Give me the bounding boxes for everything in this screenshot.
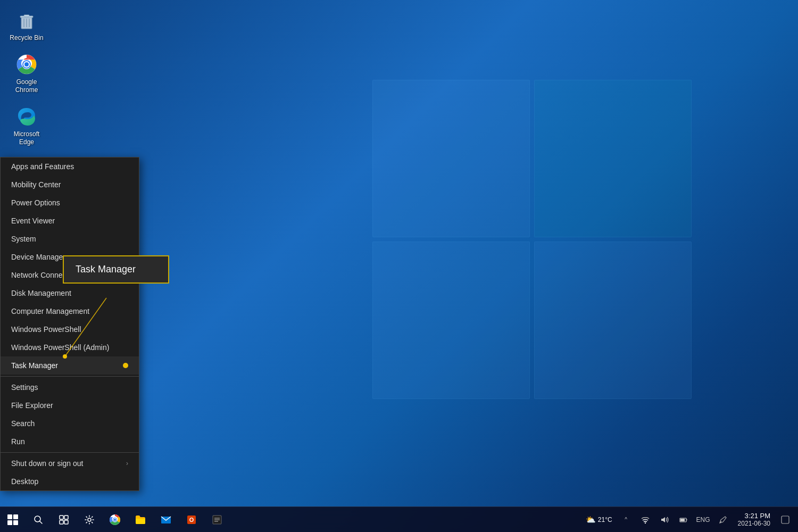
svg-rect-15 — [60, 516, 63, 519]
taskbar-mail-button[interactable] — [153, 507, 179, 533]
win-pane-br — [534, 242, 692, 399]
microsoft-edge-image — [15, 104, 39, 128]
context-menu: Apps and Features Mobility Center Power … — [0, 157, 139, 491]
taskbar-task-view-button[interactable] — [51, 507, 77, 533]
google-chrome-label: Google Chrome — [8, 78, 45, 94]
start-pane-tr — [13, 514, 18, 519]
menu-divider-2 — [1, 452, 139, 453]
svg-rect-18 — [64, 520, 68, 524]
taskbar-weather-button[interactable]: ⛅ 21°C — [583, 509, 616, 530]
svg-rect-16 — [64, 516, 68, 519]
menu-item-apps-features[interactable]: Apps and Features — [1, 157, 139, 176]
menu-item-shut-down[interactable]: Shut down or sign out › — [1, 454, 139, 472]
recycle-bin-icon[interactable]: Recycle Bin — [5, 5, 48, 44]
win-pane-tr — [534, 80, 692, 237]
menu-item-mobility-center[interactable]: Mobility Center — [1, 176, 139, 194]
menu-item-windows-powershell[interactable]: Windows PowerShell — [1, 320, 139, 338]
microsoft-edge-label: Microsoft Edge — [8, 130, 45, 146]
svg-rect-33 — [680, 519, 685, 521]
menu-item-event-viewer[interactable]: Event Viewer — [1, 212, 139, 230]
menu-item-computer-management[interactable]: Computer Management — [1, 302, 139, 320]
temperature-text: 21°C — [598, 516, 612, 523]
search-icon — [34, 515, 43, 525]
menu-item-system[interactable]: System — [1, 230, 139, 248]
win-pane-tl — [372, 80, 530, 237]
notes-icon — [212, 514, 222, 525]
microsoft-edge-icon[interactable]: Microsoft Edge — [5, 102, 48, 148]
desktop-icons-area: Recycle Bin Google Chrome — [5, 5, 48, 148]
expand-icon: ^ — [625, 517, 627, 522]
time-display: 3:21 PM — [745, 512, 770, 520]
svg-point-23 — [114, 519, 116, 521]
taskbar-notes-button[interactable] — [204, 507, 230, 533]
weather-icon: ⛅ — [586, 515, 596, 525]
win-pane-bl — [372, 242, 530, 399]
taskbar-expand-tray-button[interactable]: ^ — [618, 509, 635, 530]
start-button[interactable] — [0, 507, 26, 533]
menu-item-search[interactable]: Search — [1, 414, 139, 433]
taskbar-battery-button[interactable] — [675, 509, 692, 530]
menu-item-run[interactable]: Run — [1, 433, 139, 451]
menu-item-windows-powershell-admin[interactable]: Windows PowerShell (Admin) — [1, 338, 139, 356]
windows-logo-decoration — [372, 80, 692, 399]
taskbar-language-button[interactable]: ENG — [694, 509, 712, 530]
taskbar-file-explorer-button[interactable] — [128, 507, 153, 533]
taskbar-volume-button[interactable] — [656, 509, 673, 530]
taskbar-system-tray: ⛅ 21°C ^ — [583, 509, 798, 530]
svg-rect-2 — [24, 15, 29, 16]
recycle-bin-label: Recycle Bin — [10, 34, 43, 41]
svg-rect-17 — [60, 520, 63, 524]
taskbar-network-button[interactable] — [637, 509, 654, 530]
menu-item-settings[interactable]: Settings — [1, 378, 139, 396]
taskbar-chrome-button[interactable] — [102, 507, 128, 533]
taskbar: O ⛅ 21°C ^ — [0, 506, 798, 532]
svg-point-10 — [24, 62, 29, 66]
google-chrome-image — [15, 52, 39, 76]
start-pane-br — [13, 520, 18, 525]
file-explorer-icon — [135, 514, 146, 525]
language-text: ENG — [696, 516, 710, 523]
menu-item-file-explorer[interactable]: File Explorer — [1, 396, 139, 414]
menu-divider-1 — [1, 376, 139, 377]
google-chrome-icon[interactable]: Google Chrome — [5, 49, 48, 96]
svg-line-14 — [40, 521, 43, 523]
shut-down-arrow-icon: › — [126, 460, 128, 467]
taskbar-notification-button[interactable] — [777, 509, 794, 530]
network-icon — [641, 516, 650, 524]
office-icon: O — [186, 514, 197, 525]
taskbar-pen-button[interactable] — [714, 509, 732, 530]
mail-icon — [161, 514, 171, 525]
volume-icon — [660, 516, 669, 524]
notification-icon — [781, 516, 789, 524]
svg-point-31 — [644, 522, 645, 523]
task-manager-tooltip: Task Manager — [63, 255, 169, 284]
menu-item-desktop[interactable]: Desktop — [1, 472, 139, 491]
date-display: 2021-06-30 — [738, 520, 770, 527]
task-manager-indicator-dot — [123, 363, 128, 368]
svg-point-19 — [88, 518, 91, 521]
taskbar-clock[interactable]: 3:21 PM 2021-06-30 — [734, 512, 775, 527]
svg-text:O: O — [189, 517, 194, 523]
battery-icon — [679, 516, 688, 524]
chrome-taskbar-icon — [109, 514, 121, 526]
taskbar-office-button[interactable]: O — [179, 507, 204, 533]
menu-item-disk-management[interactable]: Disk Management — [1, 284, 139, 302]
taskbar-settings-button[interactable] — [77, 507, 102, 533]
pen-icon — [719, 516, 727, 524]
recycle-bin-image — [15, 8, 39, 32]
task-view-icon — [59, 515, 69, 525]
settings-icon — [85, 515, 94, 525]
svg-rect-34 — [782, 516, 789, 523]
start-pane-bl — [7, 520, 12, 525]
taskbar-search-button[interactable] — [26, 507, 51, 533]
start-pane-tl — [7, 514, 12, 519]
menu-item-task-manager[interactable]: Task Manager — [1, 356, 139, 375]
desktop: Recycle Bin Google Chrome — [0, 0, 798, 532]
menu-item-power-options[interactable]: Power Options — [1, 194, 139, 212]
start-icon — [7, 514, 18, 525]
